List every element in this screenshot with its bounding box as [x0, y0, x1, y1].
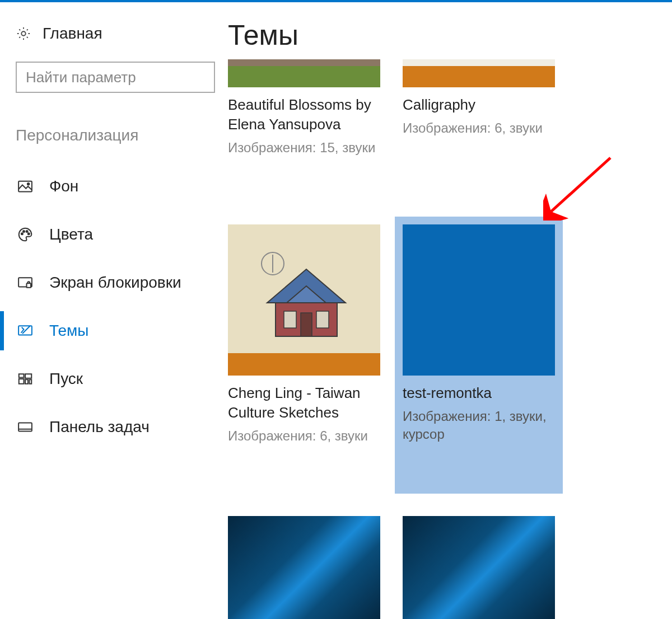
sidebar-item-colors[interactable]: Цвета — [16, 215, 221, 254]
sidebar-item-label: Экран блокировки — [49, 274, 181, 292]
svg-rect-17 — [18, 423, 32, 432]
theme-title: Cheng Ling - Taiwan Culture Sketches — [228, 383, 380, 423]
sidebar-item-label: Темы — [49, 322, 88, 340]
themes-grid-row — [228, 516, 672, 619]
sidebar-section-header: Персонализация — [16, 126, 221, 144]
lockscreen-icon — [17, 274, 34, 291]
svg-point-8 — [28, 233, 30, 235]
theme-tile-calligraphy[interactable]: Calligraphy Изображения: 6, звуки — [403, 59, 555, 157]
theme-tile-test-remontka[interactable]: test-remontka Изображения: 1, звуки, кур… — [395, 217, 563, 494]
theme-thumbnail — [228, 59, 380, 87]
svg-rect-15 — [25, 379, 28, 384]
search-box[interactable] — [16, 62, 215, 93]
gear-icon — [16, 26, 31, 41]
theme-tile-blossoms[interactable]: Beautiful Blossoms by Elena Yansupova Из… — [228, 59, 380, 157]
svg-rect-26 — [301, 313, 312, 336]
main-content: Темы Beautiful Blossoms by Elena Yansupo… — [221, 2, 672, 619]
sidebar-item-taskbar[interactable]: Панель задач — [16, 407, 221, 447]
theme-tile-windows-a[interactable] — [228, 516, 380, 619]
theme-subtitle: Изображения: 6, звуки — [228, 427, 380, 445]
theme-subtitle: Изображения: 6, звуки — [403, 119, 555, 137]
sidebar-item-label: Панель задач — [49, 418, 150, 436]
theme-subtitle: Изображения: 1, звуки, курсор — [403, 407, 555, 444]
sidebar-home-label: Главная — [43, 25, 102, 43]
svg-rect-16 — [30, 379, 32, 384]
theme-thumbnail — [228, 516, 380, 619]
start-icon — [17, 371, 34, 387]
taskbar-icon — [17, 419, 34, 435]
theme-title: test-remontka — [403, 383, 555, 403]
theme-tile-cheng[interactable]: Cheng Ling - Taiwan Culture Sketches Изо… — [228, 224, 380, 494]
theme-title: Calligraphy — [403, 95, 555, 115]
sidebar-home[interactable]: Главная — [16, 25, 221, 43]
svg-rect-24 — [284, 311, 296, 328]
theme-thumbnail — [403, 516, 555, 619]
svg-point-5 — [21, 233, 23, 235]
theme-title: Beautiful Blossoms by Elena Yansupova — [228, 95, 380, 134]
theme-subtitle: Изображения: 15, звуки — [228, 139, 380, 157]
themes-icon — [17, 322, 34, 339]
svg-point-4 — [27, 183, 30, 185]
svg-rect-12 — [19, 374, 24, 377]
palette-icon — [17, 226, 34, 243]
theme-tile-windows-b[interactable] — [403, 516, 555, 619]
sidebar-item-themes[interactable]: Темы — [16, 311, 221, 350]
search-input[interactable] — [26, 69, 208, 86]
settings-layout: Главная Персонализация Фон — [0, 2, 672, 619]
sidebar-item-label: Цвета — [49, 226, 93, 243]
theme-thumbnail — [403, 224, 555, 376]
picture-icon — [17, 178, 34, 195]
svg-rect-10 — [27, 283, 31, 288]
svg-rect-13 — [19, 379, 24, 384]
sidebar-item-label: Пуск — [49, 370, 83, 388]
sidebar: Главная Персонализация Фон — [0, 2, 221, 619]
svg-rect-25 — [316, 311, 329, 328]
theme-thumbnail — [228, 224, 380, 376]
svg-rect-14 — [25, 374, 31, 378]
page-title: Темы — [228, 19, 672, 51]
svg-point-0 — [21, 31, 25, 35]
sidebar-item-background[interactable]: Фон — [16, 167, 221, 206]
sketch-illustration — [256, 247, 357, 342]
theme-thumbnail — [403, 59, 555, 87]
grid-spacer — [228, 180, 598, 202]
sidebar-item-label: Фон — [49, 177, 78, 195]
sidebar-item-start[interactable]: Пуск — [16, 359, 221, 398]
svg-point-6 — [23, 231, 25, 232]
themes-grid: Beautiful Blossoms by Elena Yansupova Из… — [228, 59, 598, 494]
svg-point-7 — [26, 231, 28, 232]
sidebar-item-lockscreen[interactable]: Экран блокировки — [16, 263, 221, 302]
